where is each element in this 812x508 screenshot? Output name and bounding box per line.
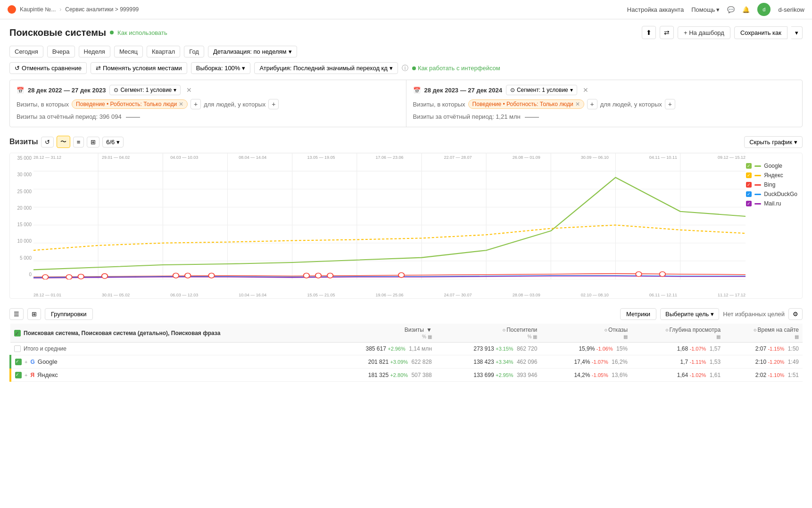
save-as-button[interactable]: Сохранить как [734, 26, 787, 39]
period-yesterday[interactable]: Вчера [47, 46, 75, 57]
col-time-header[interactable]: ○ Время на сайте ▦ [724, 324, 803, 343]
period-quarter[interactable]: Квартал [147, 46, 180, 57]
tag-close-2[interactable]: ✕ [575, 101, 580, 107]
yandex-bounces-cell: 14,2% -1.05% 13,6% [541, 369, 631, 382]
period-month[interactable]: Месяц [114, 46, 143, 57]
segment-close-2[interactable]: ✕ [583, 86, 588, 94]
bell-icon[interactable]: 🔔 [742, 6, 750, 13]
col-visits-header[interactable]: Визиты ▼ % ▦ [327, 324, 436, 343]
legend-mailru[interactable]: ✓ Mail.ru [746, 200, 797, 207]
google-visitors2: 462 096 [517, 359, 537, 365]
period-year[interactable]: Год [184, 46, 204, 57]
x-axis-bottom: 28.12 — 01.01 30.01 — 05.02 06.03 — 12.0… [33, 293, 746, 297]
settings-gear-button[interactable]: ⚙ [788, 308, 803, 320]
goal-button[interactable]: Выберите цель ▾ [660, 308, 719, 320]
table-section: ☰ ⊞ Группировки Метрики Выберите цель ▾ … [0, 303, 812, 386]
goal-chevron-icon: ▾ [711, 311, 714, 318]
col-time-label: Время на сайте [758, 327, 799, 333]
col-bounces-header[interactable]: ○ Отказы ▦ [541, 324, 631, 343]
total-depth-change: -1.07% [690, 346, 706, 352]
groupby-button[interactable]: Группировки [45, 308, 93, 320]
cancel-compare-button[interactable]: ↺ Отменить сравнение [9, 62, 87, 74]
x-label-bot-3: 10.04 — 16.04 [239, 293, 266, 297]
google-time-cell: 2:10 -1.20% 1:49 [724, 355, 803, 369]
compare-button[interactable]: ⇄ [660, 26, 674, 39]
y-label-7: 0 [10, 272, 33, 277]
add-dashboard-button[interactable]: + На дашборд [678, 26, 730, 39]
yandex-depth-cell: 1,64 -1.02% 1,61 [631, 369, 724, 382]
svg-point-30 [660, 272, 666, 277]
select-all-checkbox[interactable]: ✓ [14, 330, 21, 336]
yandex-checkbox[interactable]: ✓ [15, 372, 22, 378]
table-toolbar-left: ☰ ⊞ Группировки [9, 308, 93, 320]
select-button[interactable]: Выборка: 100% ▾ [191, 62, 251, 74]
chart-series-btn[interactable]: 6/6 ▾ [102, 137, 124, 147]
chart-line-btn[interactable]: 〜 [57, 136, 70, 148]
svg-point-22 [173, 273, 179, 278]
chart-refresh-btn[interactable]: ↺ [41, 137, 54, 147]
google-depth-change: -1.11% [690, 359, 706, 365]
col-name-header: ✓ Поисковая система, Поисковая система (… [10, 324, 327, 343]
segment-date-row-1: 📅 28 дек 2022 — 27 дек 2023 ⊙ Сегмент: 1… [17, 85, 399, 95]
yandex-depth-change: -1.02% [690, 372, 706, 378]
add-condition-btn-2[interactable]: + [587, 99, 597, 109]
segment-tag-2: Поведение • Роботность: Только люди ✕ [468, 99, 584, 109]
legend-google[interactable]: ✓ Google [746, 163, 797, 169]
hide-chart-button[interactable]: Скрыть график ▾ [744, 136, 803, 148]
legend-label-google: Google [764, 163, 782, 169]
settings-link[interactable]: Настройка аккаунта [627, 6, 684, 13]
google-engine-icon: G [30, 359, 34, 365]
tag-close-1[interactable]: ✕ [179, 101, 183, 107]
add-people-btn-1[interactable]: + [268, 99, 279, 109]
col-name-label: Поисковая система, Поисковая система (де… [24, 330, 220, 336]
segment-condition-btn-2[interactable]: ⊙ Сегмент: 1 условие ▾ [506, 85, 577, 95]
how-to-link[interactable]: Как использовать [117, 29, 167, 36]
google-depth-cell: 1,7 -1.11% 1,53 [631, 355, 724, 369]
visits-total-1: Визиты за отчётный период: 396 094 [17, 111, 399, 122]
chart-legend: ✓ Google ✓ Яндекс ✓ Bing ✓ DuckDuckGo ✓ [746, 163, 797, 207]
chat-icon[interactable]: 💬 [727, 6, 735, 13]
segment-condition-btn-1[interactable]: ⊙ Сегмент: 1 условие ▾ [109, 85, 181, 95]
header-actions: ⬆ ⇄ + На дашборд Сохранить как ▾ [642, 26, 803, 39]
x-label-top-1: 29.01 — 04.02 [102, 155, 130, 160]
add-condition-btn-1[interactable]: + [191, 99, 201, 109]
interface-help-link[interactable]: Как работать с интерфейсом [412, 65, 500, 72]
save-arrow-button[interactable]: ▾ [791, 26, 803, 39]
legend-yandex[interactable]: ✓ Яндекс [746, 172, 797, 179]
username[interactable]: d-serikow [778, 6, 804, 13]
yandex-expand[interactable]: + [25, 372, 27, 378]
table-view-grid-btn[interactable]: ⊞ [27, 308, 41, 320]
table-view-list-btn[interactable]: ☰ [9, 308, 24, 320]
metrics-button[interactable]: Метрики [620, 308, 656, 320]
total-checkbox[interactable] [14, 345, 21, 352]
segment-close-1[interactable]: ✕ [186, 86, 192, 94]
yandex-line [33, 225, 746, 251]
col-depth-header[interactable]: ○ Глубина просмотра ▦ [631, 324, 724, 343]
legend-duckduckgo[interactable]: ✓ DuckDuckGo [746, 191, 797, 197]
avatar-initials: d [762, 7, 765, 12]
chart-grid-btn[interactable]: ⊞ [87, 137, 99, 147]
segment-chevron-2: ▾ [570, 87, 573, 93]
x-label-top-8: 30.09 — 06.10 [581, 155, 609, 160]
total-depth-cell: 1,68 -1.07% 1,57 [631, 343, 724, 355]
sort-arrow-icon: ▼ [426, 327, 432, 333]
google-checkbox[interactable]: ✓ [15, 359, 22, 365]
table-toolbar-right: Метрики Выберите цель ▾ Нет избранных це… [620, 308, 803, 320]
export-button[interactable]: ⬆ [642, 26, 656, 39]
add-people-btn-2[interactable]: + [665, 99, 675, 109]
google-bounces: 17,4% [574, 359, 590, 365]
user-avatar[interactable]: d [757, 3, 771, 16]
legend-bing[interactable]: ✓ Bing [746, 181, 797, 188]
detail-button[interactable]: Детализация: по неделям ▾ [208, 46, 297, 57]
col-visitors-header[interactable]: ○ Посетители % ▦ [436, 324, 541, 343]
swap-button[interactable]: ⇄ Поменять условия местами [91, 62, 187, 74]
help-link[interactable]: Помощь ▾ [691, 6, 720, 13]
total-visits-cell: 385 617 +2.96% 1,14 млн [327, 343, 436, 355]
chart-bar-btn[interactable]: ≡ [73, 137, 84, 147]
google-expand[interactable]: + [25, 359, 27, 365]
period-today[interactable]: Сегодня [9, 46, 43, 57]
attrib-button[interactable]: Атрибуция: Последний значимый переход кд… [254, 62, 398, 74]
time-bar-icon: ▦ [795, 334, 799, 339]
total-visitors: 273 913 [473, 345, 494, 352]
period-week[interactable]: Неделя [79, 46, 110, 57]
